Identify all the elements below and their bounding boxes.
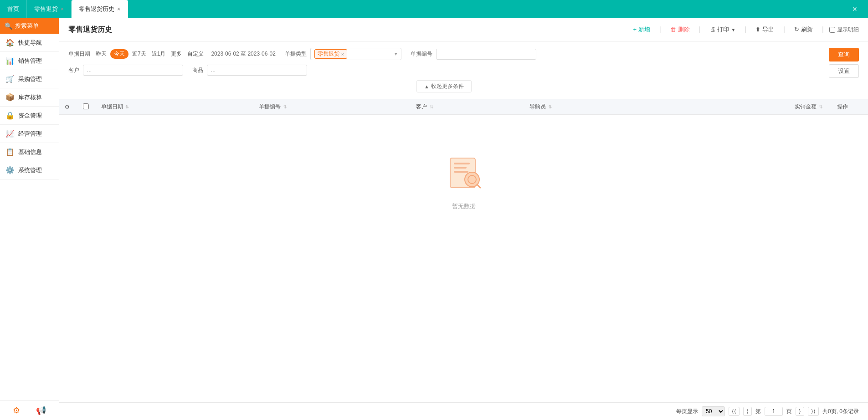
table-settings-col[interactable]: ⚙ (59, 99, 77, 115)
form-main: 单据日期 昨天 今天 近7天 近1月 更多 自定义 2023-06-02 至 2… (68, 48, 820, 92)
page-header: 零售退货历史 + 新增 | 🗑 删除 | 🖨 打印 ▼ | ⬆ 导出 | (59, 18, 868, 41)
sidebar-item-label: 基础信息 (18, 148, 42, 156)
sidebar-item-base-info[interactable]: 📋 基础信息 (0, 143, 59, 161)
sidebar-item-label: 销售管理 (18, 57, 42, 65)
table-body: 暂无数据 (59, 115, 868, 247)
speaker-icon[interactable]: 📢 (36, 405, 46, 415)
query-button[interactable]: 查询 (829, 48, 859, 61)
date-today[interactable]: 今天 (110, 49, 128, 59)
sidebar-bottom: ⚙ 📢 (0, 400, 59, 420)
form-row-1: 单据日期 昨天 今天 近7天 近1月 更多 自定义 2023-06-02 至 2… (68, 48, 820, 60)
export-button[interactable]: ⬆ 导出 (752, 24, 778, 36)
customer-label: 客户 (68, 67, 79, 74)
table-checkbox-col[interactable] (77, 99, 96, 115)
prev-page-button[interactable]: ⟨ (743, 407, 752, 416)
sidebar: 🔍 搜索菜单 🏠 快捷导航 📊 销售管理 🛒 采购管理 📦 库存核算 🔒 资金管… (0, 18, 59, 420)
top-bar-right: × (848, 5, 868, 14)
page-label: 第 (755, 408, 761, 415)
svg-rect-3 (454, 171, 468, 173)
page-input[interactable] (765, 407, 783, 416)
show-detail-checkbox[interactable] (829, 27, 835, 33)
finance-icon: 🔒 (5, 111, 15, 120)
col-customer[interactable]: 客户 ⇅ (411, 99, 524, 115)
col-no[interactable]: 单据编号 ⇅ (253, 99, 411, 115)
sidebar-item-quick-nav[interactable]: 🏠 快捷导航 (0, 34, 59, 52)
date-label: 单据日期 (68, 50, 90, 58)
sidebar-item-label: 采购管理 (18, 75, 42, 83)
sidebar-item-sales-mgmt[interactable]: 📊 销售管理 (0, 52, 59, 70)
col-guide[interactable]: 导购员 ⇅ (524, 99, 659, 115)
last-page-button[interactable]: ⟩⟩ (808, 407, 819, 416)
customer-input[interactable]: ... (83, 65, 183, 76)
sales-icon: 📊 (5, 56, 15, 65)
form-row-2: 客户 ... 商品 ... (68, 65, 820, 76)
per-page-select[interactable]: 50 10 20 100 (702, 406, 725, 416)
sidebar-item-label: 系统管理 (18, 166, 42, 174)
date-more[interactable]: 更多 (169, 49, 184, 59)
operations-icon: 📈 (5, 129, 15, 138)
filter-settings-button[interactable]: 设置 (829, 64, 859, 78)
empty-text: 暂无数据 (452, 202, 476, 210)
page-title: 零售退货历史 (68, 25, 112, 35)
select-all-checkbox[interactable] (83, 103, 89, 109)
separator-4: | (783, 26, 785, 34)
goods-input[interactable]: ... (207, 65, 307, 76)
data-table: ⚙ 单据日期 ⇅ 单据编号 ⇅ 客户 (59, 99, 868, 247)
sidebar-item-inventory[interactable]: 📦 库存核算 (0, 88, 59, 107)
tab-retail-return-close[interactable]: × (61, 6, 64, 12)
date-filters: 昨天 今天 近7天 近1月 更多 自定义 (94, 49, 205, 59)
sort-amount-icon: ⇅ (819, 104, 822, 109)
goods-field: 商品 ... (192, 65, 307, 76)
print-button[interactable]: 🖨 打印 ▼ (706, 24, 740, 36)
sidebar-item-label: 快捷导航 (18, 39, 42, 47)
next-page-button[interactable]: ⟩ (796, 407, 804, 416)
sidebar-item-system-mgmt[interactable]: ⚙️ 系统管理 (0, 161, 59, 179)
date-range-display: 2023-06-02 至 2023-06-02 (211, 50, 275, 58)
sidebar-search[interactable]: 🔍 搜索菜单 (0, 18, 59, 34)
first-page-button[interactable]: ⟨⟨ (729, 407, 740, 416)
new-button[interactable]: + 新增 (630, 24, 654, 36)
window-close-button[interactable]: × (848, 5, 861, 14)
empty-state: 暂无数据 (59, 115, 868, 247)
inventory-icon: 📦 (5, 93, 15, 102)
total-text: 共0页, 0条记录 (822, 408, 859, 415)
top-bar: 首页 零售退货 × 零售退货历史 × × (0, 0, 868, 18)
settings-gear-icon[interactable]: ⚙ (13, 405, 20, 415)
tab-retail-return[interactable]: 零售退货 × (27, 0, 72, 18)
sidebar-item-operations[interactable]: 📈 经营管理 (0, 125, 59, 143)
voucher-type-label: 单据类型 (285, 50, 307, 58)
purchase-icon: 🛒 (5, 75, 15, 83)
voucher-no-field: 单据编号 (411, 49, 536, 60)
date-yesterday[interactable]: 昨天 (94, 49, 108, 59)
sidebar-item-purchase-mgmt[interactable]: 🛒 采购管理 (0, 70, 59, 88)
col-date[interactable]: 单据日期 ⇅ (96, 99, 253, 115)
customer-field: 客户 ... (68, 65, 183, 76)
delete-button[interactable]: 🗑 删除 (667, 24, 693, 36)
tab-retail-return-history-close[interactable]: × (117, 6, 120, 12)
tab-bar: 首页 零售退货 × 零售退货历史 × (0, 0, 848, 18)
voucher-type-tag: 零售退货 × (314, 49, 347, 59)
sidebar-item-finance[interactable]: 🔒 资金管理 (0, 107, 59, 125)
per-page-label: 每页显示 (676, 408, 698, 415)
sidebar-item-label: 经营管理 (18, 130, 42, 138)
collapse-button[interactable]: ▲ 收起更多条件 (416, 80, 472, 92)
sort-date-icon: ⇅ (125, 104, 129, 109)
voucher-no-input[interactable] (436, 49, 536, 60)
date-custom[interactable]: 自定义 (185, 49, 205, 59)
sidebar-item-label: 资金管理 (18, 112, 42, 120)
refresh-button[interactable]: ↻ 刷新 (791, 24, 817, 36)
col-amount[interactable]: 实销金额 ⇅ (659, 99, 832, 115)
empty-illustration (441, 151, 487, 197)
col-action: 操作 (832, 99, 868, 115)
date-month[interactable]: 近1月 (150, 49, 168, 59)
tab-home[interactable]: 首页 (0, 0, 27, 18)
tab-retail-return-history[interactable]: 零售退货历史 × (72, 0, 128, 18)
header-actions: + 新增 | 🗑 删除 | 🖨 打印 ▼ | ⬆ 导出 | ↻ 刷新 (630, 24, 859, 36)
system-icon: ⚙️ (5, 166, 15, 174)
collapse-row: ▲ 收起更多条件 (68, 80, 820, 92)
date-week[interactable]: 近7天 (130, 49, 148, 59)
home-icon: 🏠 (5, 38, 15, 47)
separator-3: | (745, 26, 746, 34)
voucher-type-tag-close[interactable]: × (341, 51, 344, 57)
voucher-type-select[interactable]: 零售退货 × ▾ (310, 48, 401, 60)
